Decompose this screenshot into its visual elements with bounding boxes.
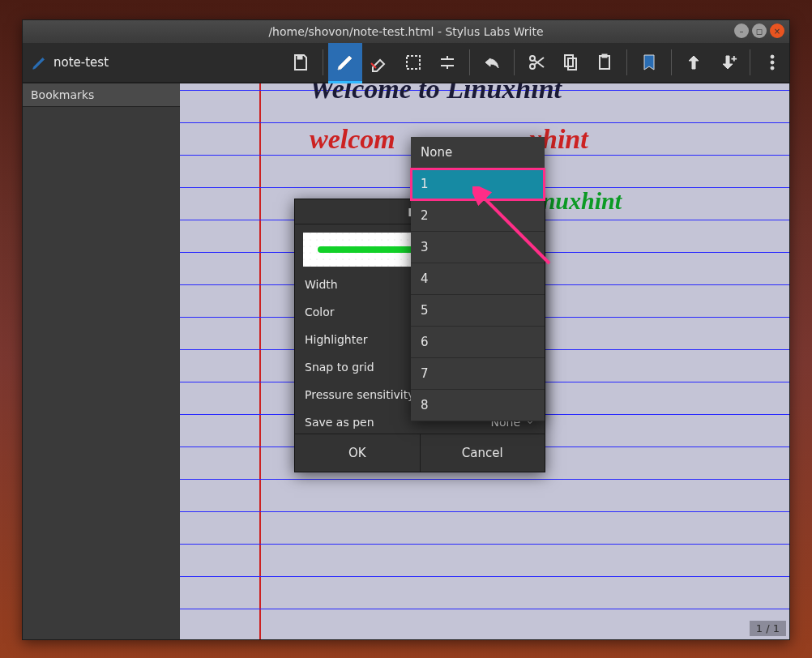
arrow-down-icon: + xyxy=(718,53,737,72)
svg-rect-1 xyxy=(407,56,420,69)
handwriting-line-1: Welcome to Linuxhint xyxy=(310,83,562,105)
dropdown-item-none[interactable]: None xyxy=(411,137,545,169)
minimize-button[interactable]: – xyxy=(734,24,749,38)
file-tab[interactable]: note-test xyxy=(23,53,120,71)
dropdown-item-1[interactable]: 1 xyxy=(411,169,545,200)
maximize-button[interactable]: ◻ xyxy=(752,24,767,38)
app-window: /home/shovon/note-test.html - Stylus Lab… xyxy=(22,19,790,640)
svg-point-10 xyxy=(771,61,774,64)
dropdown-item-2[interactable]: 2 xyxy=(411,200,545,232)
arrow-up-icon xyxy=(684,53,703,72)
dropdown-item-3[interactable]: 3 xyxy=(411,232,545,263)
menu-button[interactable] xyxy=(755,43,789,82)
pen-tool-button[interactable] xyxy=(328,43,362,82)
toolbar: note-test + xyxy=(23,43,789,83)
titlebar: /home/shovon/note-test.html - Stylus Lab… xyxy=(23,20,789,43)
pen-icon xyxy=(31,53,49,71)
svg-point-9 xyxy=(771,55,774,58)
eraser-button[interactable] xyxy=(362,43,396,82)
window-title: /home/shovon/note-test.html - Stylus Lab… xyxy=(23,25,789,38)
cancel-button[interactable]: Cancel xyxy=(420,434,545,472)
label-snap: Snap to grid xyxy=(305,361,374,374)
margin-line xyxy=(259,83,261,639)
dropdown-item-6[interactable]: 6 xyxy=(411,327,545,358)
label-color: Color xyxy=(305,306,335,318)
page-indicator: 1 / 1 xyxy=(750,621,786,636)
insert-space-button[interactable] xyxy=(430,43,464,82)
svg-rect-0 xyxy=(297,55,302,59)
label-pressure: Pressure sensitivity xyxy=(305,388,415,401)
pen-dialog-buttons: OK Cancel xyxy=(295,434,545,472)
label-highlighter: Highlighter xyxy=(305,333,368,346)
select-button[interactable] xyxy=(396,43,430,82)
eraser-icon xyxy=(370,53,389,72)
bookmark-button[interactable] xyxy=(632,43,666,82)
bookmark-icon xyxy=(639,53,659,72)
cut-button[interactable] xyxy=(519,43,553,82)
svg-rect-7 xyxy=(602,54,607,58)
copy-button[interactable] xyxy=(553,43,588,82)
save-button[interactable] xyxy=(284,43,318,82)
label-width: Width xyxy=(305,278,338,291)
save-icon xyxy=(291,53,310,72)
dropdown-item-8[interactable]: 8 xyxy=(411,390,545,421)
dropdown-item-7[interactable]: 7 xyxy=(411,358,545,390)
paste-button[interactable] xyxy=(588,43,622,82)
save-as-pen-dropdown: None12345678 xyxy=(411,137,545,421)
file-name: note-test xyxy=(53,55,109,70)
dropdown-item-4[interactable]: 4 xyxy=(411,263,545,295)
bookmarks-sidebar: Bookmarks xyxy=(23,83,180,639)
prev-page-button[interactable] xyxy=(677,43,711,82)
next-page-button[interactable]: + xyxy=(711,43,745,82)
clipboard-icon xyxy=(595,53,614,72)
label-save-as: Save as pen xyxy=(305,416,374,429)
svg-point-11 xyxy=(771,66,774,70)
close-button[interactable]: × xyxy=(770,24,784,38)
scissors-icon xyxy=(527,53,546,72)
copy-icon xyxy=(561,53,580,72)
undo-icon xyxy=(482,53,502,72)
handwriting-line-2a: welcom xyxy=(310,124,395,155)
dropdown-item-5[interactable]: 5 xyxy=(411,295,545,327)
svg-text:+: + xyxy=(731,54,737,62)
select-icon xyxy=(404,53,423,72)
sidebar-header: Bookmarks xyxy=(23,83,180,107)
insert-space-icon xyxy=(438,53,457,72)
ok-button[interactable]: OK xyxy=(295,434,420,472)
kebab-icon xyxy=(763,53,782,72)
undo-button[interactable] xyxy=(475,43,509,82)
window-controls: – ◻ × xyxy=(734,24,784,38)
pen-icon xyxy=(335,53,355,72)
